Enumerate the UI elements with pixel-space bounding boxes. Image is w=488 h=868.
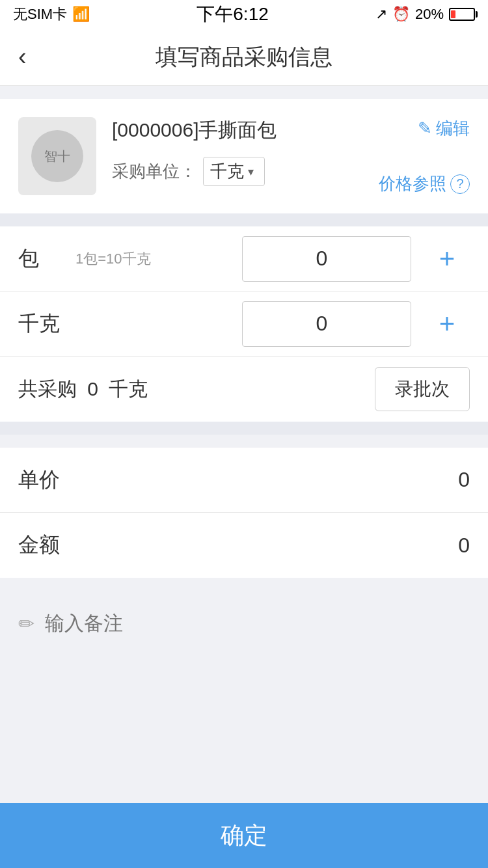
unit-price-value: 0 — [458, 468, 470, 492]
pencil-icon: ✏ — [18, 612, 34, 635]
kg-label: 千克 — [18, 310, 70, 338]
summary-prefix: 共采购 — [18, 378, 77, 400]
edit-button[interactable]: ✎ 编辑 — [418, 117, 470, 140]
notes-section: ✏ — [0, 591, 488, 656]
nav-bar: ‹ 填写商品采购信息 — [0, 29, 488, 86]
unit-value: 千克 — [210, 160, 244, 183]
help-icon: ? — [450, 174, 470, 194]
kg-input-wrap: + — [70, 301, 470, 347]
bao-input-row: 包 1包=10千克 + — [0, 226, 488, 292]
bao-input-wrap: + — [151, 236, 470, 282]
status-bar-time: 下午6:12 — [197, 2, 269, 27]
price-section: 单价 0 金额 0 — [0, 448, 488, 578]
summary-unit: 千克 — [109, 378, 148, 400]
kg-plus-button[interactable]: + — [424, 301, 470, 347]
unit-price-row: 单价 0 — [0, 448, 488, 513]
page-title: 填写商品采购信息 — [156, 42, 332, 72]
section-divider-1 — [0, 213, 488, 226]
location-icon: ↗ — [375, 6, 387, 23]
section-divider-2 — [0, 422, 488, 435]
product-card: 智十 [0000006]手撕面包 采购单位： 千克 ▾ ✎ 编辑 价格参照 ? — [0, 99, 488, 213]
amount-row: 金额 0 — [0, 513, 488, 578]
battery-percentage: 20% — [415, 6, 444, 23]
bao-sub-label: 1包=10千克 — [75, 249, 151, 269]
input-section: 包 1包=10千克 + 千克 + — [0, 226, 488, 357]
alarm-icon: ⏰ — [392, 6, 410, 23]
amount-value: 0 — [458, 534, 470, 558]
battery-icon — [449, 8, 475, 21]
confirm-button[interactable]: 确定 — [0, 803, 488, 868]
kg-input[interactable] — [242, 301, 411, 347]
edit-label: 编辑 — [436, 117, 470, 140]
status-bar-left: 无SIM卡 📶 — [13, 5, 90, 24]
edit-icon: ✎ — [418, 118, 432, 139]
bao-label: 包 — [18, 245, 70, 273]
summary-amount: 0 — [87, 378, 98, 400]
notes-input[interactable] — [45, 612, 470, 634]
back-button[interactable]: ‹ — [18, 43, 27, 71]
bao-plus-button[interactable]: + — [424, 236, 470, 282]
wifi-icon: 📶 — [72, 6, 90, 23]
status-bar-right: ↗ ⏰ 20% — [375, 6, 475, 23]
purchase-unit-label: 采购单位： — [112, 160, 197, 183]
price-ref-button[interactable]: 价格参照 ? — [379, 172, 470, 195]
status-bar: 无SIM卡 📶 下午6:12 ↗ ⏰ 20% — [0, 0, 488, 29]
product-image: 智十 — [18, 117, 96, 195]
price-ref-label: 价格参照 — [379, 172, 446, 195]
summary-text: 共采购 0 千克 — [18, 376, 148, 403]
summary-row: 共采购 0 千克 录批次 — [0, 357, 488, 422]
product-name: [0000006]手撕面包 — [112, 117, 470, 144]
unit-price-label: 单价 — [18, 466, 60, 495]
chevron-down-icon: ▾ — [248, 165, 254, 179]
kg-input-row: 千克 + — [0, 292, 488, 357]
batch-button[interactable]: 录批次 — [375, 367, 470, 411]
unit-dropdown[interactable]: 千克 ▾ — [203, 157, 265, 186]
bao-input[interactable] — [242, 236, 411, 282]
amount-label: 金额 — [18, 531, 60, 560]
product-thumbnail: 智十 — [31, 130, 83, 182]
carrier-label: 无SIM卡 — [13, 5, 67, 24]
